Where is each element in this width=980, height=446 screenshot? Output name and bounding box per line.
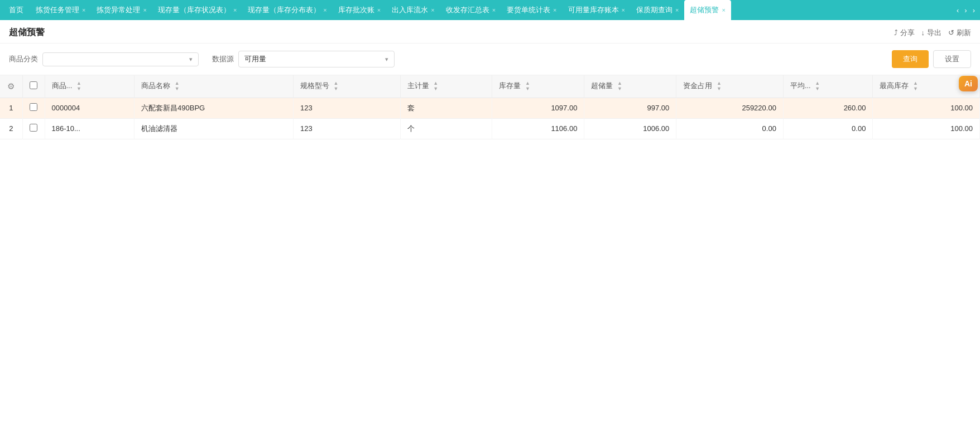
sort-icon: ▲▼ xyxy=(433,81,438,92)
page-title: 超储预警 xyxy=(9,27,45,38)
nav-home[interactable]: 首页 xyxy=(2,0,30,20)
nav-shoufahuizongbiao[interactable]: 收发存汇总表 × xyxy=(440,0,501,20)
sort-icon: ▲▼ xyxy=(815,81,820,92)
data-table: ⚙ 商品... ▲▼ 商品名称 ▲▼ 规格型号 ▲▼ xyxy=(0,75,980,139)
filter-area: 商品分类 ▾ 数据源 可用量 ▾ 查询 设置 xyxy=(0,43,980,75)
td-unit: 套 xyxy=(400,98,492,118)
th-code[interactable]: 商品... ▲▼ xyxy=(45,75,134,98)
settings-button[interactable]: 设置 xyxy=(933,50,971,68)
nav-jianhuoyichangchuli[interactable]: 拣货异常处理 × xyxy=(91,0,152,20)
nav-kucunpici[interactable]: 库存批次账 × xyxy=(333,0,386,20)
td-checkbox xyxy=(22,118,45,139)
share-label: 分享 xyxy=(900,28,915,38)
close-icon[interactable]: × xyxy=(323,7,326,13)
commodity-select[interactable]: ▾ xyxy=(42,52,199,66)
sort-icon: ▲▼ xyxy=(76,81,81,92)
select-all-checkbox[interactable] xyxy=(30,81,37,89)
table-row: 2 186-10... 机油滤清器 123 个 1106.00 1006.00 … xyxy=(0,118,980,139)
td-capital: 259220.00 xyxy=(676,98,784,118)
top-navigation: 首页 拣货任务管理 × 拣货异常处理 × 现存量（库存状况表） × 现存量（库存… xyxy=(0,0,980,20)
chevron-down-icon: ▾ xyxy=(385,56,388,63)
nav-churukuliushui[interactable]: 出入库流水 × xyxy=(386,0,440,20)
share-icon: ⤴ xyxy=(894,28,898,37)
nav-more-arrow[interactable]: › xyxy=(970,6,978,14)
sort-icon: ▲▼ xyxy=(913,81,918,92)
td-stock: 1097.00 xyxy=(492,98,584,118)
th-name[interactable]: 商品名称 ▲▼ xyxy=(134,75,294,98)
td-row-num: 1 xyxy=(0,98,22,118)
close-icon[interactable]: × xyxy=(143,7,146,13)
td-max-stock: 100.00 xyxy=(873,118,980,139)
nav-jianhuorenwuguanli[interactable]: 拣货任务管理 × xyxy=(30,0,91,20)
close-icon[interactable]: × xyxy=(675,7,679,13)
refresh-label: 刷新 xyxy=(957,28,971,38)
td-excess: 997.00 xyxy=(584,98,676,118)
nav-prev-arrow[interactable]: ‹ xyxy=(954,6,962,14)
nav-baozhi[interactable]: 保质期查询 × xyxy=(631,0,684,20)
th-capital[interactable]: 资金占用 ▲▼ xyxy=(676,75,784,98)
close-icon[interactable]: × xyxy=(233,7,237,13)
ai-badge[interactable]: Ai xyxy=(959,76,978,91)
sort-icon: ▲▼ xyxy=(175,81,180,92)
row-checkbox[interactable] xyxy=(30,124,37,132)
page-container: 超储预警 ⤴ 分享 ↓ 导出 ↺ 刷新 商品分类 ▾ 数据源 xyxy=(0,20,980,446)
share-button[interactable]: ⤴ 分享 xyxy=(894,28,915,38)
td-name: 六配套新昌490BPG xyxy=(134,98,294,118)
th-capital-label: 资金占用 xyxy=(683,81,712,90)
nav-label: 保质期查询 xyxy=(636,5,672,15)
td-stock: 1106.00 xyxy=(492,118,584,139)
th-settings: ⚙ xyxy=(0,75,22,98)
export-icon: ↓ xyxy=(921,28,925,37)
th-excess[interactable]: 超储量 ▲▼ xyxy=(584,75,676,98)
th-unit[interactable]: 主计量 ▲▼ xyxy=(400,75,492,98)
page-header: 超储预警 ⤴ 分享 ↓ 导出 ↺ 刷新 xyxy=(0,20,980,43)
nav-xiancunliang-fenbubiao[interactable]: 现存量（库存分布表） × xyxy=(242,0,332,20)
close-icon[interactable]: × xyxy=(82,7,85,13)
th-unit-label: 主计量 xyxy=(407,81,429,90)
nav-label: 库存批次账 xyxy=(338,5,374,15)
gear-icon[interactable]: ⚙ xyxy=(7,81,15,91)
commodity-label: 商品分类 xyxy=(9,54,38,64)
nav-xiancunliang-kuaizhuang[interactable]: 现存量（库存状况表） × xyxy=(152,0,242,20)
sort-icon: ▲▼ xyxy=(617,81,622,92)
sort-icon: ▲▼ xyxy=(717,81,722,92)
row-checkbox[interactable] xyxy=(30,103,37,111)
th-spec[interactable]: 规格型号 ▲▼ xyxy=(293,75,400,98)
table-row: 1 0000004 六配套新昌490BPG 123 套 1097.00 997.… xyxy=(0,98,980,118)
nav-label: 要货单统计表 xyxy=(507,5,550,15)
close-icon[interactable]: × xyxy=(622,7,625,13)
close-icon[interactable]: × xyxy=(377,7,381,13)
nav-label: 拣货异常处理 xyxy=(97,5,140,15)
table-body: 1 0000004 六配套新昌490BPG 123 套 1097.00 997.… xyxy=(0,98,980,139)
close-icon[interactable]: × xyxy=(492,7,496,13)
export-button[interactable]: ↓ 导出 xyxy=(921,28,942,38)
close-icon[interactable]: × xyxy=(722,7,725,13)
nav-label: 可用量库存账本 xyxy=(568,5,619,15)
th-avg[interactable]: 平均... ▲▼ xyxy=(783,75,873,98)
nav-next-arrow[interactable]: › xyxy=(962,6,969,14)
close-icon[interactable]: × xyxy=(431,7,434,13)
export-label: 导出 xyxy=(927,28,941,38)
nav-label: 超储预警 xyxy=(690,5,719,15)
sort-icon: ▲▼ xyxy=(525,81,530,92)
datasource-filter-group: 数据源 可用量 ▾ xyxy=(212,51,395,67)
td-spec: 123 xyxy=(293,98,400,118)
query-button[interactable]: 查询 xyxy=(892,50,929,68)
refresh-icon: ↺ xyxy=(948,28,954,37)
refresh-button[interactable]: ↺ 刷新 xyxy=(948,28,971,38)
nav-chaochuyujing[interactable]: 超储预警 × xyxy=(684,0,731,20)
nav-label: 拣货任务管理 xyxy=(36,5,79,15)
nav-label: 出入库流水 xyxy=(392,5,428,15)
td-row-num: 2 xyxy=(0,118,22,139)
datasource-select[interactable]: 可用量 ▾ xyxy=(238,51,395,67)
datasource-label: 数据源 xyxy=(212,54,234,64)
th-avg-label: 平均... xyxy=(790,81,811,90)
th-stock[interactable]: 库存量 ▲▼ xyxy=(492,75,584,98)
th-stock-label: 库存量 xyxy=(499,81,521,90)
td-avg: 260.00 xyxy=(783,98,873,118)
nav-yaohuodantj[interactable]: 要货单统计表 × xyxy=(501,0,562,20)
nav-keyongliang[interactable]: 可用量库存账本 × xyxy=(563,0,631,20)
close-icon[interactable]: × xyxy=(553,7,556,13)
commodity-filter-group: 商品分类 ▾ xyxy=(9,52,199,66)
chevron-down-icon: ▾ xyxy=(189,56,193,63)
